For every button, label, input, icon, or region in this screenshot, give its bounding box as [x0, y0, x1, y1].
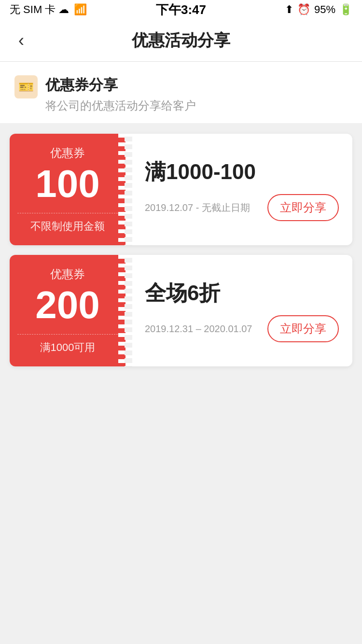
- coupon-amount-2: 200: [35, 286, 99, 324]
- coupon-meta-1: 2019.12.07 - 无截止日期 立即分享: [145, 194, 339, 221]
- coupon-condition-2: 满1000可用: [40, 340, 96, 355]
- coupon-date-1: 2019.12.07 - 无截止日期: [145, 201, 262, 214]
- coupon-list: 优惠券 100 不限制使用金额 满1000-100 2019.12.07 - 无…: [0, 124, 362, 376]
- share-button-2[interactable]: 立即分享: [267, 315, 339, 342]
- sim-status: 无 SIM 卡 ☁: [10, 2, 69, 17]
- coupon-card-2: 优惠券 200 满1000可用 全场6折 2019.12.31 – 2020.0…: [10, 255, 352, 366]
- empty-area: [0, 376, 362, 644]
- coupon-label-2: 优惠券: [50, 266, 85, 282]
- section-text: 优惠券分享 将公司的优惠活动分享给客户: [45, 75, 196, 113]
- page-title: 优惠活动分享: [132, 29, 230, 52]
- wifi-icon: 📶: [74, 3, 87, 16]
- coupon-name-1: 满1000-100: [145, 158, 339, 186]
- coupon-right-2: 全场6折 2019.12.31 – 2020.01.07 立即分享: [125, 255, 352, 366]
- coupon-date-2: 2019.12.31 – 2020.01.07: [145, 323, 262, 335]
- status-right: ⬆ ⏰ 95% 🔋: [285, 3, 352, 16]
- section-subtitle: 将公司的优惠活动分享给客户: [45, 98, 196, 113]
- section-header: 🎫 优惠券分享 将公司的优惠活动分享给客户: [0, 62, 362, 123]
- status-time: 下午3:47: [156, 1, 206, 18]
- coupon-card-1: 优惠券 100 不限制使用金额 满1000-100 2019.12.07 - 无…: [10, 134, 352, 245]
- coupon-right-1: 满1000-100 2019.12.07 - 无截止日期 立即分享: [125, 134, 352, 245]
- coupon-left-1: 优惠券 100 不限制使用金额: [10, 134, 125, 245]
- coupon-divider-1: [17, 213, 118, 213]
- coupon-label-1: 优惠券: [50, 145, 85, 161]
- back-button[interactable]: ‹: [14, 26, 29, 56]
- coupon-divider-2: [17, 334, 118, 335]
- location-icon: ⬆: [285, 3, 293, 16]
- section-title: 优惠券分享: [45, 75, 196, 95]
- status-bar: 无 SIM 卡 ☁ 📶 下午3:47 ⬆ ⏰ 95% 🔋: [0, 0, 362, 19]
- section-icon: 🎫: [14, 75, 38, 98]
- coupon-condition-1: 不限制使用金额: [30, 219, 105, 234]
- alarm-icon: ⏰: [297, 3, 310, 16]
- battery-level: 95%: [314, 3, 335, 16]
- nav-bar: ‹ 优惠活动分享: [0, 19, 362, 62]
- coupon-amount-1: 100: [35, 165, 99, 203]
- status-left: 无 SIM 卡 ☁ 📶: [10, 2, 87, 17]
- coupon-left-2: 优惠券 200 满1000可用: [10, 255, 125, 366]
- coupon-name-2: 全场6折: [145, 279, 339, 308]
- coupon-meta-2: 2019.12.31 – 2020.01.07 立即分享: [145, 315, 339, 342]
- battery-icon: 🔋: [339, 3, 352, 16]
- share-button-1[interactable]: 立即分享: [267, 194, 339, 221]
